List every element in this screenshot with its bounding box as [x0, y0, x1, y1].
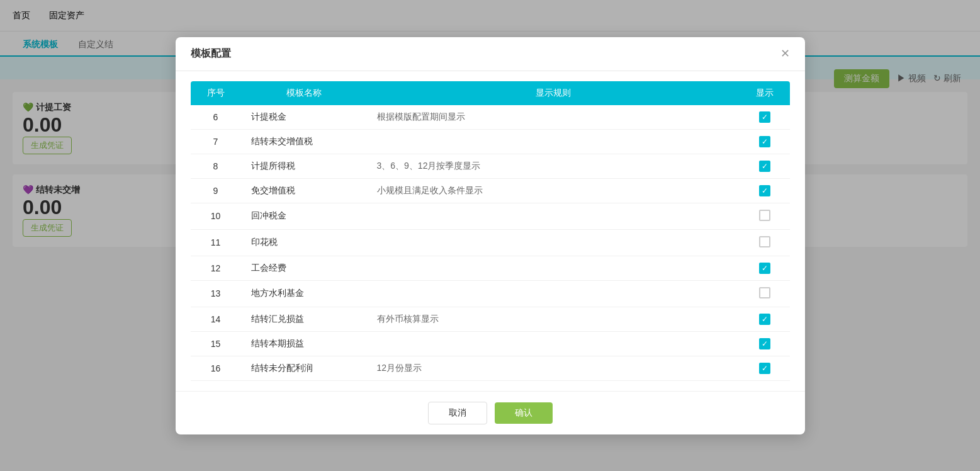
cell-seq: 13 — [191, 280, 241, 307]
table-row: 9免交增值税小规模且满足收入条件显示 — [191, 178, 790, 203]
cell-name: 结转未交增值税 — [241, 129, 367, 154]
table-row: 7结转未交增值税 — [191, 129, 790, 154]
cell-rule — [367, 331, 740, 356]
cell-display[interactable] — [740, 256, 790, 280]
cell-display[interactable] — [740, 105, 790, 130]
cell-rule — [367, 203, 740, 229]
cell-name: 回冲税金 — [241, 203, 367, 229]
config-table: 序号 模板名称 显示规则 显示 6计提税金根据模版配置期间显示7结转未交增值税8… — [191, 81, 790, 381]
cell-name: 工会经费 — [241, 256, 367, 280]
col-rule: 显示规则 — [367, 81, 740, 105]
checkbox-9[interactable] — [759, 185, 770, 196]
dialog-title: 模板配置 — [191, 47, 231, 60]
cancel-button[interactable]: 取消 — [428, 402, 487, 424]
cell-name: 印花税 — [241, 229, 367, 256]
cell-name: 结转未分配利润 — [241, 356, 367, 380]
table-row: 14结转汇兑损益有外币核算显示 — [191, 307, 790, 331]
cell-seq: 15 — [191, 331, 241, 356]
cell-rule: 根据模版配置期间显示 — [367, 105, 740, 130]
cell-display[interactable] — [740, 154, 790, 178]
cell-seq: 9 — [191, 178, 241, 203]
col-display: 显示 — [740, 81, 790, 105]
modal-overlay: 模板配置 ✕ 序号 模板名称 显示规则 显示 6计提税金根据模版配置期间显示7结… — [0, 0, 980, 471]
cell-rule: 3、6、9、12月按季度显示 — [367, 154, 740, 178]
cell-rule — [367, 256, 740, 280]
cell-display[interactable] — [740, 331, 790, 356]
cell-rule: 有外币核算显示 — [367, 307, 740, 331]
cell-rule — [367, 229, 740, 256]
cell-name: 免交增值税 — [241, 178, 367, 203]
table-row: 15结转本期损益 — [191, 331, 790, 356]
cell-seq: 12 — [191, 256, 241, 280]
dialog-footer: 取消 确认 — [176, 391, 805, 434]
cell-seq: 14 — [191, 307, 241, 331]
cell-name: 计提所得税 — [241, 154, 367, 178]
checkbox-8[interactable] — [759, 161, 770, 172]
checkbox-13[interactable] — [759, 287, 770, 298]
template-config-dialog: 模板配置 ✕ 序号 模板名称 显示规则 显示 6计提税金根据模版配置期间显示7结… — [176, 37, 805, 434]
cell-rule — [367, 280, 740, 307]
cell-name: 地方水利基金 — [241, 280, 367, 307]
cell-display[interactable] — [740, 129, 790, 154]
cell-display[interactable] — [740, 203, 790, 229]
cell-seq: 11 — [191, 229, 241, 256]
cell-display[interactable] — [740, 178, 790, 203]
checkbox-10[interactable] — [759, 210, 770, 221]
checkbox-12[interactable] — [759, 263, 770, 274]
checkbox-11[interactable] — [759, 236, 770, 247]
table-row: 11印花税 — [191, 229, 790, 256]
checkbox-14[interactable] — [759, 314, 770, 325]
cell-seq: 6 — [191, 105, 241, 130]
checkbox-16[interactable] — [759, 363, 770, 374]
cell-name: 结转本期损益 — [241, 331, 367, 356]
checkbox-7[interactable] — [759, 136, 770, 147]
table-row: 12工会经费 — [191, 256, 790, 280]
table-row: 8计提所得税3、6、9、12月按季度显示 — [191, 154, 790, 178]
cell-name: 计提税金 — [241, 105, 367, 130]
cell-seq: 8 — [191, 154, 241, 178]
table-row: 6计提税金根据模版配置期间显示 — [191, 105, 790, 130]
dialog-body: 序号 模板名称 显示规则 显示 6计提税金根据模版配置期间显示7结转未交增值税8… — [176, 71, 805, 391]
checkbox-6[interactable] — [759, 111, 770, 123]
cell-rule: 小规模且满足收入条件显示 — [367, 178, 740, 203]
close-button[interactable]: ✕ — [780, 48, 790, 59]
cell-seq: 10 — [191, 203, 241, 229]
cell-rule: 12月份显示 — [367, 356, 740, 380]
cell-display[interactable] — [740, 307, 790, 331]
cell-name: 结转汇兑损益 — [241, 307, 367, 331]
dialog-header: 模板配置 ✕ — [176, 37, 805, 71]
cell-display[interactable] — [740, 280, 790, 307]
cell-seq: 7 — [191, 129, 241, 154]
table-row: 13地方水利基金 — [191, 280, 790, 307]
table-row: 16结转未分配利润12月份显示 — [191, 356, 790, 380]
cell-seq: 16 — [191, 356, 241, 380]
checkbox-15[interactable] — [759, 338, 770, 349]
cell-display[interactable] — [740, 229, 790, 256]
col-name: 模板名称 — [241, 81, 367, 105]
cell-rule — [367, 129, 740, 154]
cell-display[interactable] — [740, 356, 790, 380]
table-row: 10回冲税金 — [191, 203, 790, 229]
confirm-button[interactable]: 确认 — [495, 402, 553, 424]
col-seq: 序号 — [191, 81, 241, 105]
